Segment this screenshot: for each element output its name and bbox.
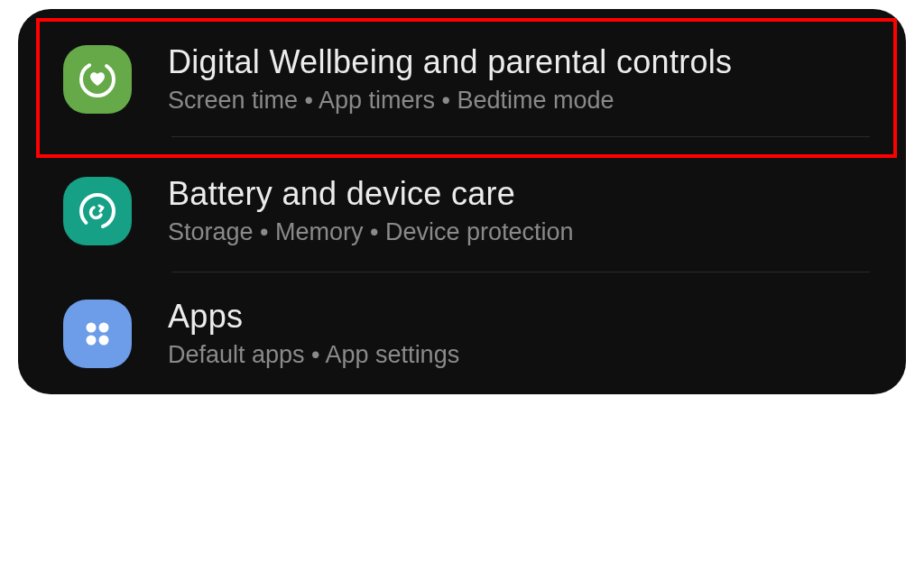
settings-item-battery[interactable]: Battery and device care Storage • Memory…	[18, 150, 906, 272]
wellbeing-icon	[63, 45, 132, 114]
item-subtitle: Storage • Memory • Device protection	[168, 218, 574, 246]
divider	[171, 136, 870, 137]
text-container: Apps Default apps • App settings	[168, 298, 459, 369]
settings-item-digital-wellbeing[interactable]: Digital Wellbeing and parental controls …	[18, 9, 906, 149]
svg-point-2	[87, 322, 97, 332]
item-subtitle: Screen time • App timers • Bedtime mode	[168, 87, 732, 115]
svg-point-5	[99, 335, 109, 345]
svg-point-3	[99, 322, 109, 332]
settings-panel: Digital Wellbeing and parental controls …	[18, 9, 906, 394]
settings-item-apps[interactable]: Apps Default apps • App settings	[18, 272, 906, 394]
item-title: Apps	[168, 298, 459, 336]
svg-point-1	[81, 195, 114, 227]
text-container: Battery and device care Storage • Memory…	[168, 175, 574, 246]
text-container: Digital Wellbeing and parental controls …	[168, 43, 732, 115]
apps-icon	[63, 300, 132, 368]
item-title: Digital Wellbeing and parental controls	[168, 43, 732, 81]
item-subtitle: Default apps • App settings	[168, 341, 459, 369]
battery-care-icon	[63, 177, 132, 245]
svg-point-4	[87, 335, 97, 345]
item-title: Battery and device care	[168, 175, 574, 213]
